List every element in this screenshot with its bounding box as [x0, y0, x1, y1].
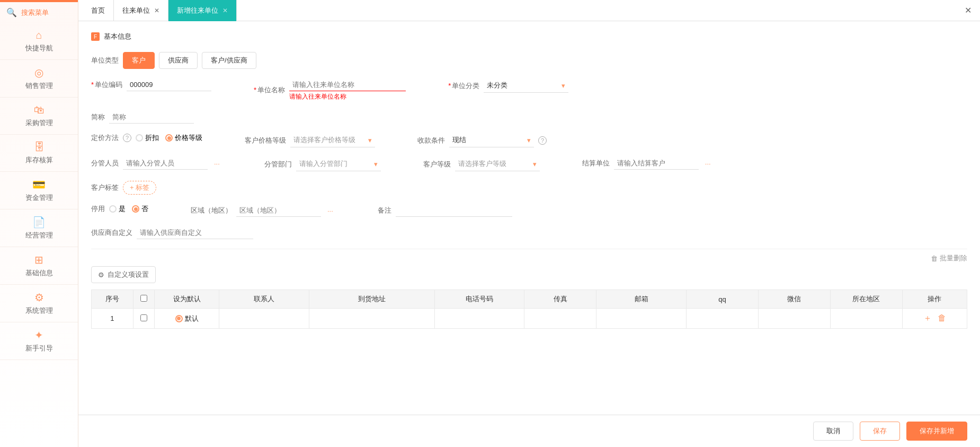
cell-default[interactable]: 默认 — [154, 309, 219, 329]
tab-bar: 首页 往来单位 ✕ 新增往来单位 ✕ ✕ — [78, 0, 980, 21]
unit-code-input[interactable] — [127, 78, 211, 91]
short-name-input[interactable] — [109, 111, 194, 124]
manager-more-btn[interactable]: ··· — [212, 160, 222, 168]
payment-terms-help-icon[interactable]: ? — [538, 136, 547, 145]
cell-fax[interactable] — [524, 309, 596, 329]
unit-name-input[interactable] — [289, 78, 406, 91]
sidebar-item-system[interactable]: ⚙ 系统管理 — [0, 285, 78, 322]
pricing-radio-group: 折扣 价格等级 — [136, 133, 202, 143]
new-guide-icon: ✦ — [34, 329, 43, 341]
pricing-radio-discount-label: 折扣 — [145, 133, 159, 143]
cell-contact[interactable] — [219, 309, 309, 329]
sidebar-item-finance[interactable]: 💳 资金管理 — [0, 172, 78, 209]
customer-price-level-select[interactable]: 请选择客户价格等级 ▾ — [290, 133, 375, 147]
payment-terms-chevron: ▾ — [527, 136, 531, 144]
custom-settings-btn[interactable]: ⚙ 自定义项设置 — [91, 266, 156, 283]
region-input[interactable] — [236, 204, 321, 217]
sidebar-item-quick-nav-label: 快捷导航 — [25, 43, 53, 53]
tags-label: 客户标签 — [91, 183, 119, 192]
dept-chevron: ▾ — [374, 160, 378, 168]
sidebar-item-operations[interactable]: 📄 经营管理 — [0, 209, 78, 247]
disabled-yes-btn — [109, 205, 117, 213]
sidebar-item-system-label: 系统管理 — [25, 306, 53, 315]
sidebar-item-inventory[interactable]: 🗄 库存核算 — [0, 135, 78, 172]
qq-input[interactable] — [706, 314, 738, 322]
disabled-yes-item[interactable]: 是 — [109, 204, 126, 214]
contact-input[interactable] — [243, 314, 286, 322]
pricing-help-icon[interactable]: ? — [123, 134, 131, 142]
unit-category-chevron: ▾ — [562, 82, 565, 90]
sidebar-item-new-guide[interactable]: ✦ 新手引导 — [0, 322, 78, 360]
pricing-radio-level-label: 价格等级 — [175, 133, 202, 143]
remarks-label: 备注 — [378, 206, 391, 215]
select-all-checkbox[interactable] — [140, 295, 147, 302]
tab-new-counterparty-label: 新增往来单位 — [177, 6, 218, 15]
cell-phone[interactable] — [434, 309, 524, 329]
sidebar-item-purchase[interactable]: 🛍 采购管理 — [0, 98, 78, 135]
unit-type-btn-customer[interactable]: 客户 — [123, 52, 155, 69]
sidebar-item-quick-nav[interactable]: ⌂ 快捷导航 — [0, 23, 78, 60]
cell-qq[interactable] — [686, 309, 758, 329]
manager-input[interactable] — [123, 157, 208, 170]
row-delete-btn[interactable]: 🗑 — [936, 313, 948, 323]
customer-price-level-group: 客户价格等级 请选择客户价格等级 ▾ — [245, 133, 375, 147]
row-region-input[interactable] — [850, 314, 882, 322]
cell-region[interactable] — [830, 309, 902, 329]
batch-delete-label[interactable]: 批量删除 — [940, 253, 967, 263]
pricing-radio-discount[interactable]: 折扣 — [136, 133, 159, 143]
unit-type-btn-supplier[interactable]: 供应商 — [159, 52, 198, 69]
save-button[interactable]: 保存 — [860, 422, 900, 441]
cell-email[interactable] — [596, 309, 687, 329]
customer-level-select[interactable]: 请选择客户等级 ▾ — [455, 157, 540, 171]
dept-select[interactable]: 请输入分管部门 ▾ — [296, 157, 381, 171]
add-tag-btn[interactable]: + 标签 — [123, 181, 156, 195]
remarks-input[interactable] — [396, 204, 512, 217]
sidebar-search[interactable]: 🔍 搜索菜单 — [0, 2, 78, 23]
tab-counterparty[interactable]: 往来单位 ✕ — [114, 0, 168, 21]
pricing-radio-level[interactable]: 价格等级 — [165, 133, 202, 143]
row-checkbox[interactable] — [140, 314, 147, 321]
tab-new-counterparty-close[interactable]: ✕ — [222, 7, 228, 14]
disabled-yes-label: 是 — [119, 204, 126, 214]
disabled-no-item[interactable]: 否 — [132, 204, 148, 214]
unit-type-btn-both[interactable]: 客户/供应商 — [202, 52, 256, 69]
email-input[interactable] — [620, 314, 663, 322]
cancel-button[interactable]: 取消 — [813, 422, 853, 441]
manager-label: 分管人员 — [91, 159, 119, 168]
save-new-button[interactable]: 保存并新增 — [906, 422, 967, 441]
window-close-btn[interactable]: ✕ — [960, 5, 976, 15]
disabled-label: 停用 — [91, 204, 105, 214]
row-add-btn[interactable]: ＋ — [921, 313, 934, 324]
dept-label: 分管部门 — [264, 160, 292, 169]
settlement-unit-more-btn[interactable]: ··· — [703, 160, 713, 168]
sidebar-item-sales[interactable]: ◎ 销售管理 — [0, 60, 78, 98]
settlement-unit-input[interactable] — [614, 157, 699, 170]
region-more-btn[interactable]: ··· — [325, 207, 335, 215]
sidebar-item-basic-info-label: 基础信息 — [25, 268, 53, 278]
default-radio-item[interactable]: 默认 — [160, 314, 214, 323]
sidebar-item-basic-info[interactable]: ⊞ 基础信息 — [0, 247, 78, 285]
cell-address[interactable] — [309, 309, 435, 329]
fax-input[interactable] — [545, 314, 576, 322]
col-region: 所在地区 — [830, 290, 902, 309]
wechat-input[interactable] — [778, 314, 810, 322]
basic-info-icon: ⊞ — [34, 253, 43, 266]
sales-icon: ◎ — [34, 66, 43, 79]
supplier-custom-input[interactable] — [137, 226, 253, 239]
unit-info-row: 单位编码 单位名称 请输入往来单位名称 单位分类 未分类 ▾ — [91, 78, 967, 101]
unit-type-row: 单位类型 客户 供应商 客户/供应商 — [91, 52, 967, 69]
phone-input[interactable] — [458, 314, 501, 322]
region-label: 区域（地区） — [191, 206, 232, 215]
form-footer: 取消 保存 保存并新增 — [78, 415, 980, 447]
address-input[interactable] — [340, 314, 404, 322]
tab-counterparty-close[interactable]: ✕ — [154, 7, 159, 14]
payment-terms-value: 现结 — [452, 135, 466, 145]
unit-category-select[interactable]: 未分类 ▾ — [484, 78, 568, 93]
add-tag-label: + 标签 — [130, 183, 149, 192]
cell-wechat[interactable] — [758, 309, 830, 329]
tab-home[interactable]: 首页 — [83, 0, 114, 21]
cell-checkbox[interactable] — [133, 309, 154, 329]
payment-terms-select[interactable]: 现结 ▾ — [449, 133, 534, 147]
col-checkbox-all[interactable] — [133, 290, 154, 309]
tab-new-counterparty[interactable]: 新增往来单位 ✕ — [168, 0, 237, 21]
